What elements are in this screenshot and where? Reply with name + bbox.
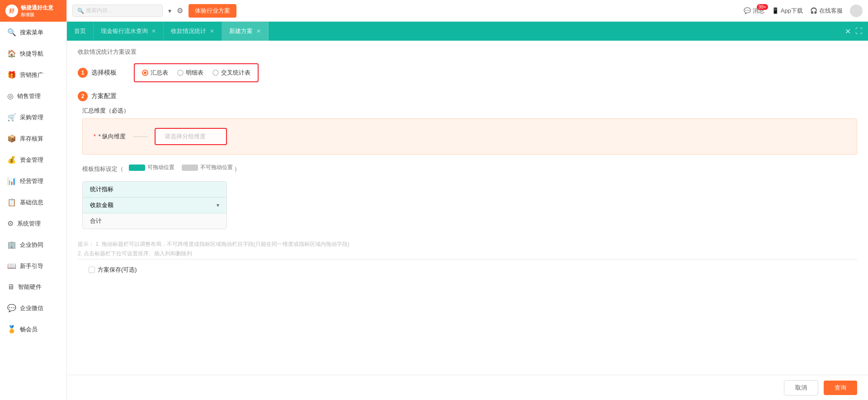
section2: 2 方案配置 汇总维度（必选） * * 纵向维度 —— 请选择分组维度 (78, 91, 857, 259)
tab-collection-stats[interactable]: 收款情况统计 ✕ (164, 22, 222, 41)
drag-legend: 可拖动位置 不可拖动位置 (129, 164, 233, 171)
dimension-title: 汇总维度（必选） (82, 107, 857, 115)
sidebar-item-inventory[interactable]: 📦 库存核算 (0, 128, 66, 149)
sidebar-item-guide[interactable]: 📖 新手引导 (0, 255, 66, 277)
metrics-header-label: 统计指标 (90, 185, 113, 193)
non-draggable-box (182, 165, 198, 171)
enterprise-icon: 🏢 (7, 240, 16, 249)
tab-cash-bank[interactable]: 现金银行流水查询 ✕ (94, 22, 164, 41)
tab-close-new-plan[interactable]: ✕ (256, 28, 261, 34)
settings-icon[interactable]: ⚙ (177, 6, 183, 15)
main-area: 🔍 搜索内容... ▾ ⚙ 体验行业方案 💬 消息 99+ 📱 App下载 🎧 … (67, 0, 868, 400)
radio-cross-circle (212, 70, 219, 76)
sidebar-item-smart-hw[interactable]: 🖥 智能硬件 (0, 277, 66, 297)
system-icon: ⚙ (7, 219, 14, 228)
query-button[interactable]: 查询 (824, 381, 857, 395)
search-icon: 🔍 (77, 8, 84, 14)
download-item[interactable]: 📱 App下载 (772, 7, 803, 15)
cancel-button[interactable]: 取消 (784, 380, 818, 395)
message-icon: 💬 (744, 7, 751, 14)
purchase-icon: 🛒 (7, 113, 16, 122)
section1-num: 1 (78, 68, 88, 78)
download-icon: 📱 (772, 7, 779, 14)
service-icon: 🎧 (810, 7, 817, 14)
basic-info-icon: 📋 (7, 198, 16, 207)
window-close-icon[interactable]: ✕ (845, 27, 851, 36)
notification-badge[interactable]: 💬 消息 99+ (744, 7, 764, 15)
draggable-legend: 可拖动位置 (129, 164, 175, 171)
search-menu-icon: 🔍 (7, 28, 16, 37)
row-dim-label: * * 纵向维度 (94, 132, 126, 141)
logo-text: 畅捷通好生意 标准版 (21, 4, 53, 18)
sidebar-item-basic-info[interactable]: 📋 基础信息 (0, 192, 66, 213)
dimension-area: * * 纵向维度 —— 请选择分组维度 (82, 118, 857, 155)
non-draggable-legend: 不可拖动位置 (182, 164, 233, 171)
search-bar[interactable]: 🔍 搜索内容... (72, 5, 163, 17)
content-inner: 收款情况统计方案设置 1 选择模板 汇总表 明细表 (67, 41, 868, 375)
page-title: 收款情况统计方案设置 (78, 48, 857, 56)
sidebar-item-system[interactable]: ⚙ 系统管理 (0, 213, 66, 234)
section1-header: 1 选择模板 汇总表 明细表 (78, 63, 857, 82)
sidebar-item-sales[interactable]: ◎ 销售管理 (0, 85, 66, 107)
sidebar-item-quick-nav[interactable]: 🏠 快捷导航 (0, 43, 66, 64)
app-logo: 好 畅捷通好生意 标准版 (0, 0, 66, 22)
tip2: 2. 点击标题栏下拉可设置排序、插入列和删除列 (78, 249, 857, 259)
window-expand-icon[interactable]: ⛶ (855, 27, 863, 35)
tabbar-end-actions: ✕ ⛶ (840, 22, 868, 41)
radio-cross[interactable]: 交叉统计表 (212, 69, 250, 77)
section2-label: 方案配置 (91, 92, 117, 100)
user-avatar[interactable] (850, 5, 863, 17)
logo-icon: 好 (5, 5, 18, 17)
guide-icon: 📖 (7, 262, 16, 270)
sales-icon: ◎ (7, 92, 14, 100)
tab-new-plan[interactable]: 新建方案 ✕ (222, 22, 269, 41)
footer-bar: 取消 查询 (67, 375, 868, 400)
gift-icon: 🎁 (7, 71, 16, 79)
sidebar-item-marketing[interactable]: 🎁 营销推广 (0, 64, 66, 85)
sidebar: 好 畅捷通好生意 标准版 🔍 搜索菜单 🏠 快捷导航 🎁 营销推广 ◎ 销售管理… (0, 0, 67, 400)
smart-hw-icon: 🖥 (7, 283, 14, 291)
sidebar-item-enterprise[interactable]: 🏢 企业协同 (0, 234, 66, 255)
tab-home[interactable]: 首页 (67, 22, 94, 41)
sidebar-item-operation[interactable]: 📊 经营管理 (0, 170, 66, 192)
sidebar-item-search-menu[interactable]: 🔍 搜索菜单 (0, 22, 66, 43)
dimension-container: 汇总维度（必选） * * 纵向维度 —— 请选择分组维度 (82, 107, 857, 155)
wechat-icon: 💬 (7, 304, 16, 312)
sidebar-item-member[interactable]: 🏅 畅会员 (0, 319, 66, 340)
save-checkbox-container[interactable]: 方案保存(可选) (89, 266, 137, 274)
radio-detail[interactable]: 明细表 (177, 69, 203, 77)
search-dropdown-icon[interactable]: ▾ (168, 7, 171, 14)
sidebar-item-finance[interactable]: 💰 资金管理 (0, 149, 66, 170)
metrics-column-header[interactable]: 收款金额 ▾ (83, 198, 226, 213)
dim-arrow-icon: —— (133, 132, 147, 141)
tab-close-cash-bank[interactable]: ✕ (151, 28, 156, 34)
home-icon: 🏠 (7, 49, 16, 58)
metrics-table-header: 统计指标 (83, 182, 226, 198)
radio-summary[interactable]: 汇总表 (142, 69, 168, 77)
metrics-label: 模板指标设定（ 可拖动位置 不可拖动位置 ） (82, 164, 857, 173)
member-icon: 🏅 (7, 325, 16, 334)
template-selection-box: 汇总表 明细表 交叉统计表 (134, 63, 259, 82)
trial-button[interactable]: 体验行业方案 (189, 4, 236, 18)
column-name-label: 收款金额 (90, 201, 113, 209)
section2-header: 2 方案配置 (78, 91, 857, 101)
metrics-table: 统计指标 收款金额 ▾ 合计 (82, 181, 227, 229)
save-checkbox-box[interactable] (89, 267, 95, 273)
content-area: 收款情况统计方案设置 1 选择模板 汇总表 明细表 (67, 41, 868, 400)
tabbar: 首页 现金银行流水查询 ✕ 收款情况统计 ✕ 新建方案 ✕ ✕ ⛶ (67, 22, 868, 41)
metrics-row-total: 合计 (83, 213, 226, 229)
inventory-icon: 📦 (7, 134, 16, 143)
draggable-box (129, 165, 145, 171)
finance-icon: 💰 (7, 155, 16, 164)
column-dropdown-icon[interactable]: ▾ (217, 202, 219, 208)
topbar-right: 💬 消息 99+ 📱 App下载 🎧 在线客服 (744, 5, 863, 17)
service-item[interactable]: 🎧 在线客服 (810, 7, 843, 15)
section2-num: 2 (78, 91, 88, 101)
sidebar-item-wechat[interactable]: 💬 企业微信 (0, 297, 66, 319)
notification-count: 99+ (757, 4, 768, 10)
radio-summary-inner (144, 71, 146, 74)
radio-summary-circle (142, 70, 148, 76)
dimension-selector[interactable]: 请选择分组维度 (155, 128, 227, 145)
tab-close-collection[interactable]: ✕ (210, 28, 214, 34)
sidebar-item-purchase[interactable]: 🛒 采购管理 (0, 107, 66, 128)
